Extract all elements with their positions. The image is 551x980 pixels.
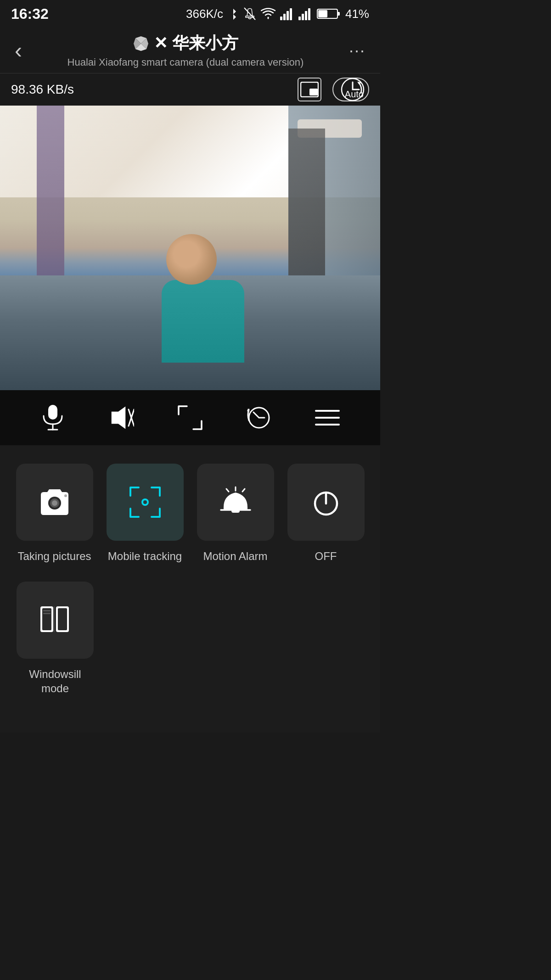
notification-icon: [243, 7, 256, 21]
signal-icon-2: [298, 7, 312, 20]
status-time: 16:32: [11, 6, 49, 22]
bluetooth-icon: [228, 7, 239, 21]
svg-point-28: [64, 494, 67, 497]
svg-rect-5: [298, 17, 301, 20]
mute-button[interactable]: [103, 399, 140, 436]
speed-bar: 98.36 KB/s Auto: [0, 73, 380, 106]
windowsill-icon: [39, 605, 72, 636]
svg-line-0: [244, 8, 255, 20]
signal-icon: [280, 7, 294, 20]
svg-rect-7: [305, 11, 307, 20]
pip-icon: [300, 82, 319, 97]
power-icon: [311, 486, 341, 518]
windowsill-icon-box: [17, 582, 94, 659]
svg-rect-42: [43, 610, 51, 611]
logo-icon: [133, 35, 149, 52]
battery-icon: [317, 8, 341, 20]
tracking-icon: [129, 486, 162, 519]
feature-taking-pictures[interactable]: Taking pictures: [14, 464, 95, 563]
off-label: OFF: [315, 549, 337, 563]
svg-rect-8: [308, 8, 310, 20]
replay-icon: [246, 405, 272, 431]
svg-line-33: [242, 489, 245, 492]
svg-rect-40: [42, 608, 51, 630]
alarm-icon: [219, 486, 252, 518]
feature-off[interactable]: OFF: [285, 464, 366, 563]
camera-icon: [38, 487, 71, 517]
windowsill-mode-label: Windowsill mode: [14, 667, 96, 695]
off-icon-box: [287, 464, 365, 541]
title-chinese: ✕ 华来小方: [154, 32, 238, 55]
header-subtitle: Hualai Xiaofang smart camera (dual camer…: [26, 56, 345, 68]
controls-bar: [0, 390, 380, 445]
svg-line-34: [226, 489, 229, 492]
svg-rect-10: [337, 12, 340, 16]
svg-rect-1: [280, 17, 282, 20]
camera-feed: [0, 106, 380, 390]
auto-label: Auto: [345, 89, 364, 100]
svg-point-30: [143, 500, 147, 504]
menu-button[interactable]: [309, 399, 346, 436]
camera-person: [139, 197, 267, 344]
pip-button[interactable]: [298, 78, 321, 101]
motion-alarm-label: Motion Alarm: [203, 549, 267, 563]
status-bar: 16:32 366K/c: [0, 0, 380, 28]
feature-motion-alarm[interactable]: Motion Alarm: [195, 464, 276, 563]
features-row-2: Windowsill mode: [14, 582, 366, 695]
mute-icon: [108, 406, 134, 430]
svg-rect-4: [290, 8, 292, 20]
svg-rect-41: [58, 608, 67, 630]
battery-percent: 41%: [345, 7, 369, 21]
taking-pictures-label: Taking pictures: [17, 549, 91, 563]
header: ‹ ✕ 华来小方 Hualai Xiaofang smart camera (d…: [0, 28, 380, 73]
header-center: ✕ 华来小方 Hualai Xiaofang smart camera (dua…: [26, 32, 345, 68]
wifi-icon: [261, 7, 276, 20]
features-area: Taking pictures Mobile tracking: [0, 445, 380, 733]
auto-button[interactable]: Auto: [332, 78, 369, 101]
svg-rect-11: [318, 10, 327, 17]
svg-rect-3: [287, 11, 289, 20]
feature-windowsill-mode[interactable]: Windowsill mode: [14, 582, 96, 695]
svg-rect-13: [309, 89, 318, 95]
person-head: [166, 234, 217, 285]
svg-rect-2: [283, 14, 286, 20]
person-body: [162, 280, 244, 363]
feature-mobile-tracking[interactable]: Mobile tracking: [104, 464, 186, 563]
speed-value: 98.36 KB/s: [11, 82, 74, 97]
menu-icon: [314, 407, 341, 428]
microphone-button[interactable]: [34, 399, 71, 436]
svg-point-27: [52, 500, 57, 506]
svg-rect-6: [302, 14, 304, 20]
fullscreen-icon: [177, 404, 203, 431]
svg-rect-15: [48, 405, 57, 420]
fullscreen-button[interactable]: [172, 399, 208, 436]
features-row-1: Taking pictures Mobile tracking: [14, 464, 366, 563]
speed-controls: Auto: [298, 78, 369, 101]
network-speed: 366K/c: [186, 7, 223, 21]
microphone-icon: [41, 404, 65, 431]
svg-rect-43: [43, 613, 51, 614]
motion-alarm-icon-box: [197, 464, 274, 541]
svg-marker-18: [112, 408, 125, 428]
mobile-tracking-label: Mobile tracking: [108, 549, 182, 563]
replay-button[interactable]: [241, 399, 277, 436]
back-button[interactable]: ‹: [11, 34, 26, 67]
status-right: 366K/c: [186, 7, 369, 21]
more-button[interactable]: ···: [345, 37, 369, 64]
mobile-tracking-icon-box: [107, 464, 184, 541]
header-title: ✕ 华来小方: [26, 32, 345, 55]
taking-pictures-icon-box: [16, 464, 93, 541]
